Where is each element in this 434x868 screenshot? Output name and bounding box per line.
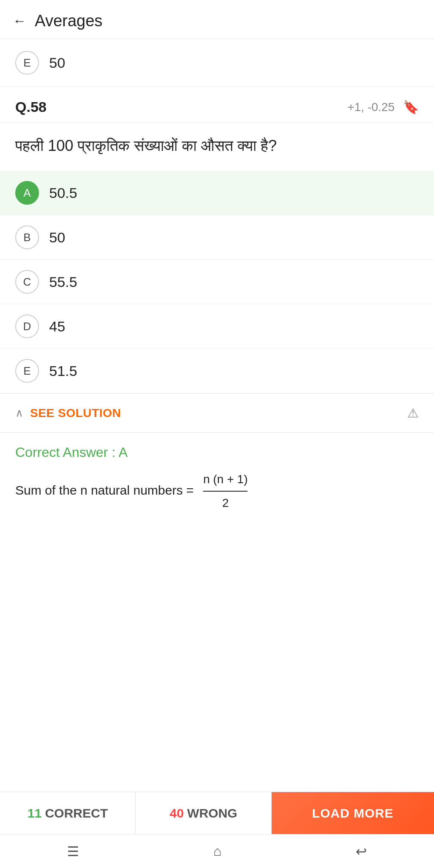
prev-option-label: E [15, 51, 39, 75]
menu-icon[interactable]: ☰ [67, 843, 79, 860]
home-icon[interactable]: ⌂ [213, 843, 221, 859]
solution-formula: n (n + 1) 2 [203, 469, 248, 514]
load-more-button[interactable]: LOAD MORE [272, 792, 434, 834]
option-label-c: C [15, 270, 39, 294]
option-value-e: 51.5 [49, 363, 77, 379]
wrong-label: WRONG [187, 806, 237, 821]
see-solution-row[interactable]: ∧ SEE SOLUTION ⚠ [0, 393, 434, 433]
option-label-d: D [15, 314, 39, 338]
wrong-count: 40 [170, 806, 184, 821]
question-number: Q.58 [15, 99, 47, 115]
bottom-bar: 11 CORRECT 40 WRONG LOAD MORE [0, 792, 434, 834]
solution-text: Sum of the n natural numbers = [15, 483, 194, 497]
option-label-a: A [15, 181, 39, 205]
option-label-e: E [15, 359, 39, 383]
option-row-a[interactable]: A 50.5 [0, 171, 434, 215]
see-solution-label[interactable]: SEE SOLUTION [30, 406, 121, 420]
correct-answer-label: Correct Answer : A [0, 433, 434, 460]
option-row-b[interactable]: B 50 [0, 215, 434, 260]
warning-icon[interactable]: ⚠ [407, 406, 419, 420]
option-row-d[interactable]: D 45 [0, 304, 434, 349]
option-value-d: 45 [49, 318, 65, 335]
wrong-section: 40 WRONG [136, 792, 271, 834]
nav-bar: ☰ ⌂ ↩ [0, 834, 434, 868]
see-solution-left[interactable]: ∧ SEE SOLUTION [15, 406, 121, 420]
prev-option-row[interactable]: E 50 [0, 39, 434, 87]
correct-count: 11 [28, 806, 42, 821]
correct-section: 11 CORRECT [0, 792, 136, 834]
option-value-b: 50 [49, 229, 65, 246]
correct-label: CORRECT [45, 806, 108, 821]
question-header: Q.58 +1, -0.25 🔖 [0, 87, 434, 122]
option-value-c: 55.5 [49, 274, 77, 290]
question-text: पहली 100 प्राकृतिक संख्याओं का औसत क्या … [0, 122, 434, 171]
option-label-b: B [15, 225, 39, 249]
page-header: ← Averages [0, 0, 434, 39]
bookmark-icon[interactable]: 🔖 [403, 100, 419, 114]
option-row-e[interactable]: E 51.5 [0, 349, 434, 393]
option-value-a: 50.5 [49, 185, 77, 201]
prev-option-value: 50 [49, 55, 65, 71]
back-button[interactable]: ← [13, 13, 26, 29]
question-meta: +1, -0.25 🔖 [348, 100, 419, 114]
solution-content: Sum of the n natural numbers = n (n + 1)… [0, 460, 434, 531]
chevron-up-icon: ∧ [15, 406, 23, 420]
page-title: Averages [35, 12, 103, 30]
back-nav-icon[interactable]: ↩ [356, 843, 367, 860]
marks-info: +1, -0.25 [348, 100, 395, 114]
option-row-c[interactable]: C 55.5 [0, 260, 434, 304]
